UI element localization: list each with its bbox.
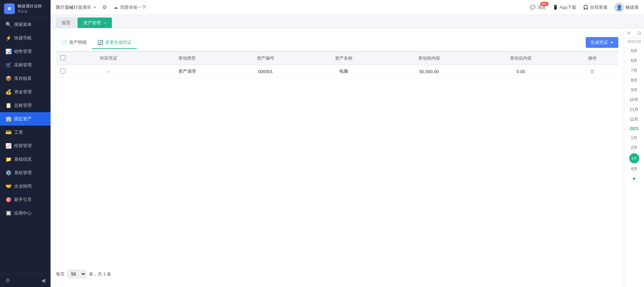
- calendar-nav-down[interactable]: ▼: [631, 175, 638, 183]
- sidebar-label-sales: 销售管理: [14, 49, 32, 55]
- sidebar-bottom: ⚙ ◀: [0, 274, 51, 287]
- username-label: 畅捷通: [625, 4, 639, 10]
- sub-tab-asset-detail-label: 资产明细: [69, 39, 87, 45]
- calendar-month-item[interactable]: 5月: [624, 46, 644, 56]
- search-icon: 🔍: [5, 22, 11, 28]
- sidebar-settings-icon[interactable]: ⚙: [5, 277, 10, 284]
- calendar-month-item[interactable]: 4月: [624, 164, 644, 174]
- sidebar-item-search[interactable]: 🔍搜索菜单: [0, 18, 51, 31]
- sidebar-item-inventory[interactable]: 📦库存核算: [0, 72, 51, 85]
- generate-voucher-button[interactable]: 生成凭证 ▼: [586, 37, 618, 48]
- right-sidebar-close-icon[interactable]: ✕: [627, 30, 631, 36]
- sidebar-item-quick-nav[interactable]: ⚡快捷导航: [0, 31, 51, 45]
- page-content: 📄 资产明细 🔄 变更生成凭证 生成凭证 ▼: [51, 28, 644, 287]
- sidebar-item-fixed-assets[interactable]: 🏢固定资产: [0, 112, 51, 126]
- sidebar-item-operations[interactable]: 📈经营管理: [0, 139, 51, 153]
- col-change-type: 变动类型: [148, 52, 226, 65]
- customer-service-button[interactable]: 🎧 在线客服: [583, 4, 608, 10]
- messages-button[interactable]: 💬 消息 99+: [530, 4, 546, 10]
- tab-asset-mgmt[interactable]: 资产管理 ×: [78, 18, 112, 28]
- calendar-month-item[interactable]: 2月: [624, 143, 644, 153]
- sidebar-item-ledger[interactable]: 📋总账管理: [0, 99, 51, 112]
- sidebar-item-purchase[interactable]: 🛒采购管理: [0, 58, 51, 72]
- sidebar-nav: 🔍搜索菜单⚡快捷导航📊销售管理🛒采购管理📦库存核算💰资金管理📋总账管理🏢固定资产…: [0, 18, 51, 274]
- right-sidebar-header: ✕ ⊡: [624, 28, 644, 38]
- app-download-icon: 📱: [553, 5, 558, 10]
- cell-voucher: --: [69, 65, 148, 78]
- calendar-year-2023[interactable]: 2023: [624, 124, 644, 133]
- pagination: 每页 50 10 20 100 条，共 1 条: [56, 266, 618, 282]
- sidebar-item-funds[interactable]: 💰资金管理: [0, 85, 51, 99]
- company-name: 医疗器械行业演示: [56, 4, 91, 10]
- settings-icon[interactable]: ⚙: [102, 4, 107, 10]
- company-dropdown-icon: ▼: [93, 5, 97, 9]
- salary-icon: 💳: [5, 129, 11, 135]
- delete-row-button[interactable]: 🗑: [590, 68, 595, 74]
- guide-icon: 🎯: [5, 197, 11, 203]
- customer-service-label: 在线客服: [590, 4, 608, 10]
- sidebar-collapse-icon[interactable]: ◀: [41, 277, 45, 284]
- operations-icon: 📈: [5, 143, 11, 149]
- row-checkbox-cell: [56, 65, 69, 78]
- sidebar-label-guide: 新手引导: [14, 197, 32, 203]
- experience-button[interactable]: ☁ 我要体验一下: [114, 4, 146, 10]
- calendar-scroll: 5月6月7月8月9月10月11月12月20231月2月3月4月▼: [624, 45, 644, 287]
- calendar-month-item[interactable]: 6月: [624, 56, 644, 66]
- select-all-checkbox[interactable]: [60, 55, 65, 60]
- user-menu[interactable]: 👤 畅捷通: [614, 3, 639, 12]
- calendar-month-item[interactable]: 9月: [624, 85, 644, 95]
- cell-asset-name: 电脑: [305, 65, 383, 78]
- app-version: 普及版: [18, 9, 42, 14]
- cell-action: 🗑: [567, 65, 618, 78]
- calendar-month-item[interactable]: 12月: [624, 115, 644, 124]
- sub-tab-asset-detail[interactable]: 📄 资产明细: [56, 37, 92, 49]
- col-after: 变动后内容: [475, 52, 567, 65]
- calendar-month-item[interactable]: 1月: [624, 133, 644, 143]
- asset-detail-icon: 📄: [61, 40, 67, 45]
- table-header: 对应凭证 变动类型 资产编号 资产名称 变动前内容 变动后内容 操作: [56, 52, 618, 65]
- sidebar-label-salary: 工资: [14, 129, 23, 135]
- sidebar-item-guide[interactable]: 🎯新手引导: [0, 193, 51, 206]
- app-download-button[interactable]: 📱 App下载: [553, 4, 576, 10]
- page-size-select[interactable]: 50 10 20 100: [67, 270, 86, 278]
- right-sidebar-expand-icon[interactable]: ⊡: [637, 30, 641, 36]
- inventory-icon: 📦: [5, 75, 11, 82]
- fixed-assets-icon: 🏢: [5, 116, 11, 122]
- header-checkbox-cell: [56, 52, 69, 65]
- app-download-label: App下载: [560, 4, 576, 10]
- calendar-month-item[interactable]: 11月: [624, 105, 644, 115]
- app-name: 畅捷通好业财: [18, 4, 42, 9]
- sidebar-label-basic-info: 基础信息: [14, 156, 32, 162]
- right-sidebar: ✕ ⊡ 2023.03 5月6月7月8月9月10月11月12月20231月2月3…: [624, 28, 644, 287]
- calendar-month-item[interactable]: 7月: [624, 66, 644, 75]
- sidebar-item-enterprise[interactable]: 🤝企业协同: [0, 180, 51, 193]
- tab-close-icon[interactable]: ×: [104, 21, 106, 25]
- generate-voucher-label: 生成凭证: [590, 39, 608, 45]
- sidebar-label-search: 搜索菜单: [14, 22, 32, 28]
- system-icon: ⚙️: [5, 170, 11, 176]
- sidebar-label-fixed-assets: 固定资产: [14, 116, 32, 122]
- sidebar-item-salary[interactable]: 💳工资: [0, 126, 51, 139]
- customer-service-icon: 🎧: [583, 5, 588, 10]
- col-asset-name: 资产名称: [305, 52, 383, 65]
- calendar-month-item[interactable]: 10月: [624, 95, 644, 105]
- sidebar-item-system[interactable]: ⚙️系统管理: [0, 166, 51, 180]
- sidebar-item-sales[interactable]: 📊销售管理: [0, 45, 51, 58]
- sub-tab-change-voucher[interactable]: 🔄 变更生成凭证: [92, 37, 137, 49]
- change-voucher-icon: 🔄: [97, 40, 103, 45]
- calendar-month-item[interactable]: 3月: [629, 153, 639, 163]
- sidebar-label-funds: 资金管理: [14, 89, 32, 95]
- app-logo-icon: 财: [4, 3, 15, 14]
- quick-nav-icon: ⚡: [5, 35, 11, 41]
- sidebar-label-quick-nav: 快捷导航: [14, 35, 32, 41]
- user-avatar: 👤: [614, 3, 624, 12]
- company-selector[interactable]: 医疗器械行业演示 ▼: [56, 4, 97, 10]
- sidebar-item-apps[interactable]: 🔲应用中心: [0, 206, 51, 220]
- sidebar-item-basic-info[interactable]: 📁基础信息: [0, 153, 51, 166]
- row-checkbox[interactable]: [60, 68, 65, 73]
- calendar-month-item[interactable]: 8月: [624, 75, 644, 85]
- tab-home[interactable]: 首页: [56, 18, 76, 28]
- sub-tab-change-voucher-label: 变更生成凭证: [105, 39, 131, 45]
- sidebar-label-purchase: 采购管理: [14, 62, 32, 68]
- total-count-label: 条，共 1 条: [89, 271, 111, 277]
